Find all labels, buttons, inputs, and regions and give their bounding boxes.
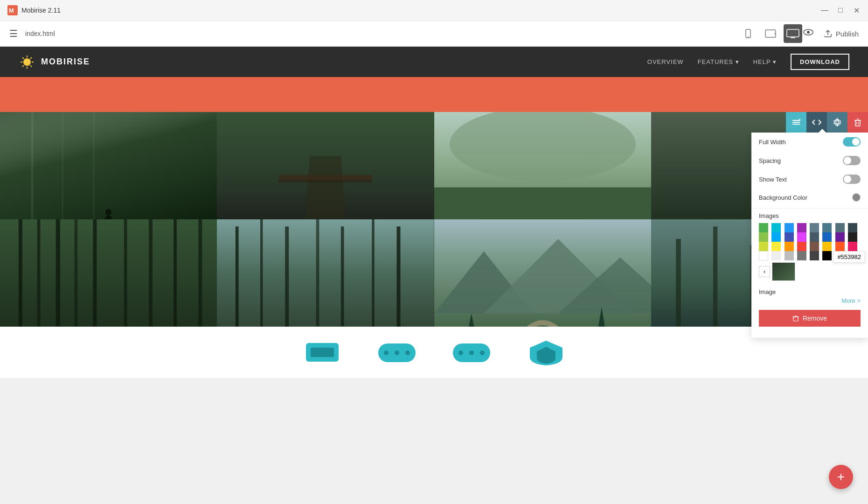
color-dark-1[interactable] (848, 232, 857, 242)
svg-point-5 (774, 33, 775, 34)
full-width-row: Full Width (751, 133, 868, 151)
full-width-toggle[interactable] (843, 137, 861, 147)
color-pink-2[interactable] (848, 242, 857, 251)
svg-rect-25 (93, 112, 95, 219)
divider-1 (751, 208, 868, 209)
color-slate[interactable] (835, 223, 845, 232)
color-yellow[interactable] (771, 242, 781, 251)
arrange-button[interactable] (786, 112, 806, 133)
more-link[interactable]: More > (751, 295, 868, 306)
color-white[interactable] (759, 251, 768, 260)
svg-point-88 (395, 350, 399, 355)
svg-point-92 (469, 350, 474, 355)
gallery-img-7 (434, 219, 651, 327)
gallery-cell-5 (0, 219, 217, 327)
maximize-button[interactable]: □ (836, 6, 845, 14)
menu-icon[interactable]: ☰ (9, 28, 18, 39)
svg-rect-51 (260, 219, 263, 327)
color-purple-dark[interactable] (835, 232, 845, 242)
svg-point-75 (836, 121, 839, 124)
show-text-knob (844, 175, 851, 183)
color-yellow-green[interactable] (759, 242, 768, 251)
publish-label: Publish (836, 30, 859, 38)
color-picker: ‹ #553982 (751, 219, 868, 285)
color-amber[interactable] (822, 242, 832, 251)
gallery-img-5 (0, 219, 217, 327)
svg-rect-49 (217, 219, 434, 327)
color-gray-slate[interactable] (810, 232, 819, 242)
svg-rect-6 (787, 29, 799, 37)
color-blue-gray[interactable] (810, 223, 819, 232)
color-black[interactable] (822, 251, 832, 260)
color-blue[interactable] (785, 223, 794, 232)
color-blue-2[interactable] (822, 232, 832, 242)
bottom-section (0, 327, 868, 378)
color-deep-orange[interactable] (835, 242, 845, 251)
svg-rect-42 (56, 219, 60, 327)
color-red[interactable] (797, 242, 806, 251)
color-green[interactable] (759, 223, 768, 232)
color-purple[interactable] (797, 223, 806, 232)
panel-caret (819, 129, 826, 133)
settings-button[interactable] (827, 112, 847, 133)
color-dark-slate[interactable] (848, 223, 857, 232)
toolbar-right: Publish (802, 27, 859, 40)
feature-icon-3 (451, 340, 493, 365)
publish-button[interactable]: Publish (824, 29, 859, 38)
feature-icon-2 (376, 340, 418, 365)
color-orange[interactable] (785, 242, 794, 251)
gallery-img-2 (217, 112, 434, 219)
color-indigo[interactable] (785, 232, 794, 242)
full-width-knob (852, 138, 860, 146)
nav-download[interactable]: DOWNLOAD (791, 54, 849, 70)
color-gray[interactable] (797, 251, 806, 260)
spacing-label: Spacing (759, 157, 781, 164)
svg-rect-52 (285, 226, 289, 327)
close-button[interactable]: ✕ (852, 6, 861, 14)
svg-line-18 (30, 65, 32, 67)
block-toolbar (786, 112, 868, 133)
color-lime[interactable] (759, 232, 768, 242)
svg-rect-54 (341, 226, 344, 327)
color-pink[interactable] (797, 232, 806, 242)
color-dark-gray[interactable] (810, 251, 819, 260)
desktop-view-button[interactable] (784, 24, 802, 43)
svg-rect-56 (397, 226, 401, 327)
color-medium-gray[interactable] (785, 251, 794, 260)
svg-rect-71 (792, 120, 800, 121)
nav-overview[interactable]: OVERVIEW (647, 58, 684, 65)
trash-icon (853, 118, 862, 127)
icon-1 (304, 338, 341, 366)
prev-thumbnail[interactable]: ‹ (759, 266, 770, 277)
window-controls: — □ ✕ (820, 6, 861, 14)
minimize-button[interactable]: — (820, 6, 829, 14)
spacing-toggle[interactable] (843, 156, 861, 165)
color-brown[interactable] (810, 242, 819, 251)
show-text-toggle[interactable] (843, 175, 861, 184)
svg-line-19 (30, 57, 32, 59)
image-thumbnail (772, 262, 795, 281)
filename-label: index.html (25, 30, 739, 37)
preview-button[interactable] (802, 27, 814, 40)
tablet-view-button[interactable] (761, 24, 780, 43)
code-icon (812, 118, 821, 127)
color-teal-dark[interactable] (822, 223, 832, 232)
add-block-button[interactable]: + (829, 465, 853, 489)
bg-color-swatch[interactable] (852, 193, 861, 202)
svg-rect-76 (855, 120, 860, 126)
svg-rect-47 (174, 219, 177, 327)
spacing-row: Spacing (751, 151, 868, 170)
mobile-view-button[interactable] (739, 24, 757, 43)
site-logo: MOBIRISE (19, 54, 90, 70)
nav-features[interactable]: FEATURES ▾ (698, 58, 739, 65)
delete-button[interactable] (847, 112, 868, 133)
nav-help[interactable]: HELP ▾ (753, 58, 777, 65)
color-light-gray[interactable] (771, 251, 781, 260)
site-navbar: MOBIRISE OVERVIEW FEATURES ▾ HELP ▾ DOWN… (0, 47, 868, 77)
settings-panel: Full Width Spacing Show Text (751, 133, 868, 338)
remove-button[interactable]: Remove (759, 310, 861, 327)
svg-rect-4 (765, 30, 776, 37)
color-light-blue[interactable] (771, 232, 781, 242)
color-cyan[interactable] (771, 223, 781, 232)
mobile-icon (743, 28, 753, 39)
